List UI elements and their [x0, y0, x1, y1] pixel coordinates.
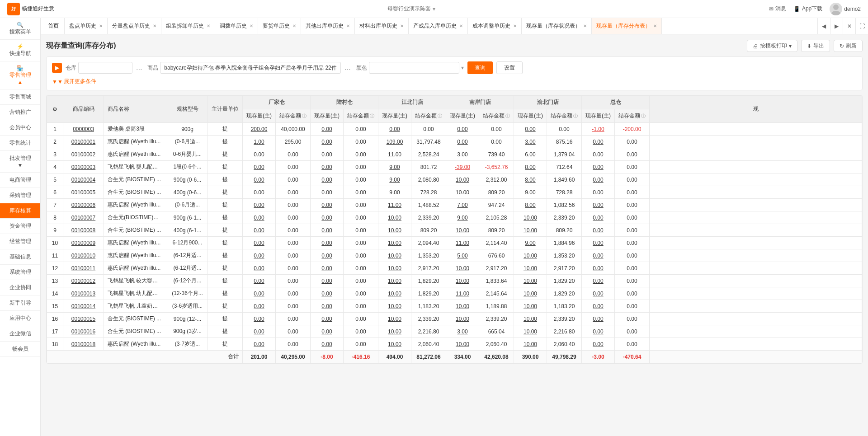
cell-yuebei-stock[interactable]: 9.00 — [514, 186, 547, 199]
sidebar-item-nav[interactable]: ⚡ 快捷导航 — [0, 40, 40, 61]
cell-factory-stock[interactable]: 200.00 — [243, 123, 276, 136]
cell-warehouse-stock[interactable]: 0.00 — [311, 136, 344, 148]
cell-nanan-stock[interactable]: 11.00 — [446, 287, 479, 300]
nav-prev-btn[interactable]: ◀ — [817, 18, 830, 34]
close-icon-5[interactable]: ✕ — [346, 23, 350, 28]
sidebar-item-member2[interactable]: 畅会员 — [0, 342, 40, 357]
cell-factory-stock[interactable]: 0.00 — [243, 249, 276, 262]
cell-warehouse-stock[interactable]: 0.00 — [311, 287, 344, 300]
sidebar-item-purchase[interactable]: 采购管理 — [0, 188, 40, 203]
close-icon-8[interactable]: ✕ — [513, 23, 517, 28]
refresh-btn[interactable]: ↻ 刷新 — [834, 40, 863, 52]
close-icon-6[interactable]: ✕ — [400, 23, 404, 28]
cell-code[interactable]: 00100013 — [63, 287, 104, 300]
cell-warehouse-stock[interactable]: 0.00 — [311, 262, 344, 275]
cell-yuebei-stock[interactable]: 6.00 — [514, 148, 547, 161]
cell-yuebei-stock[interactable]: 10.00 — [514, 275, 547, 287]
cell-yuebei-stock[interactable]: 10.00 — [514, 224, 547, 237]
cell-jiangbei-stock[interactable]: 9.00 — [378, 161, 411, 173]
cell-total-stock[interactable]: 0.00 — [582, 148, 615, 161]
cell-nanan-stock[interactable]: 10.00 — [446, 262, 479, 275]
cell-jiangbei-stock[interactable]: 10.00 — [378, 275, 411, 287]
cell-factory-stock[interactable]: 0.00 — [243, 287, 276, 300]
cell-jiangbei-stock[interactable]: 10.00 — [378, 262, 411, 275]
cell-warehouse-stock[interactable]: 0.00 — [311, 186, 344, 199]
cell-yuebei-stock[interactable]: 10.00 — [514, 262, 547, 275]
cell-jiangbei-stock[interactable]: 10.00 — [378, 325, 411, 338]
tab-requisition[interactable]: 要货单历史 ✕ — [258, 18, 301, 34]
cell-yuebei-stock[interactable]: 8.00 — [514, 199, 547, 211]
cell-code[interactable]: 00100003 — [63, 161, 104, 173]
sidebar-item-search[interactable]: 🔍 搜索英单 — [0, 18, 40, 40]
app-download-btn[interactable]: 📱 App下载 — [793, 5, 822, 13]
sidebar-item-basic[interactable]: 基础信息 — [0, 249, 40, 265]
settings-icon[interactable]: ⚙ — [52, 106, 57, 113]
cell-factory-stock[interactable]: 0.00 — [243, 161, 276, 173]
cell-factory-stock[interactable]: 0.00 — [243, 186, 276, 199]
expand-more-btn[interactable]: ▼▼ 展开更多条件 — [52, 78, 857, 85]
cell-nanan-stock[interactable]: 10.00 — [446, 313, 479, 325]
tab-home[interactable]: 首页 — [42, 18, 65, 34]
cell-jiangbei-stock[interactable]: 109.00 — [378, 136, 411, 148]
cell-total-stock[interactable]: 0.00 — [582, 199, 615, 211]
user-area[interactable]: demo2 — [830, 3, 861, 15]
cell-total-stock[interactable]: 0.00 — [582, 338, 615, 351]
cell-warehouse-stock[interactable]: 0.00 — [311, 199, 344, 211]
cell-factory-stock[interactable]: 0.00 — [243, 211, 276, 224]
cell-yuebei-stock[interactable]: 10.00 — [514, 249, 547, 262]
cell-nanan-stock[interactable]: 10.00 — [446, 300, 479, 313]
cell-factory-stock[interactable]: 1.00 — [243, 136, 276, 148]
cell-warehouse-stock[interactable]: 0.00 — [311, 237, 344, 249]
sidebar-item-ecommerce[interactable]: 电商管理 — [0, 173, 40, 188]
cell-jiangbei-stock[interactable]: 9.00 — [378, 186, 411, 199]
cell-yuebei-stock[interactable]: 10.00 — [514, 300, 547, 313]
warehouse-ellipsis-btn[interactable]: ... — [134, 64, 144, 72]
expand-arrow-btn[interactable]: ▶ — [52, 63, 62, 73]
cell-total-stock[interactable]: 0.00 — [582, 249, 615, 262]
cell-yuebei-stock[interactable]: 10.00 — [514, 338, 547, 351]
cell-nanan-stock[interactable]: 3.00 — [446, 325, 479, 338]
cell-code[interactable]: 00100016 — [63, 325, 104, 338]
tab-stock-dist[interactable]: 现存量（库存分布表） ✕ — [592, 18, 662, 34]
sidebar-item-inventory[interactable]: 库存核算 — [0, 203, 40, 219]
cell-total-stock[interactable]: 0.00 — [582, 173, 615, 186]
tab-assembly[interactable]: 组装拆卸单历史 ✕ — [161, 18, 215, 34]
cell-total-stock[interactable]: -1.00 — [582, 123, 615, 136]
close-icon-7[interactable]: ✕ — [459, 23, 463, 28]
cell-total-stock[interactable]: 0.00 — [582, 186, 615, 199]
tab-stock-status[interactable]: 现存量（库存状况表） ✕ — [522, 18, 592, 34]
cell-nanan-stock[interactable]: 0.00 — [446, 136, 479, 148]
sidebar-item-guide[interactable]: 新手引导 — [0, 295, 40, 311]
sidebar-item-member[interactable]: 会员中心 — [0, 120, 40, 136]
sidebar-item-retail-mgmt[interactable]: 🏪 零售管理 ▲ — [0, 61, 40, 89]
cell-total-stock[interactable]: 0.00 — [582, 224, 615, 237]
sidebar-item-retail-stats[interactable]: 零售统计 — [0, 136, 40, 151]
export-btn[interactable]: ⬇ 导出 — [801, 40, 830, 52]
cell-nanan-stock[interactable]: 11.00 — [446, 237, 479, 249]
cell-total-stock[interactable]: 0.00 — [582, 275, 615, 287]
cell-warehouse-stock[interactable]: 0.00 — [311, 338, 344, 351]
cell-factory-stock[interactable]: 0.00 — [243, 313, 276, 325]
cell-warehouse-stock[interactable]: 0.00 — [311, 161, 344, 173]
cell-factory-stock[interactable]: 0.00 — [243, 262, 276, 275]
cell-code[interactable]: 00100005 — [63, 186, 104, 199]
nav-next-btn[interactable]: ▶ — [830, 18, 843, 34]
cell-yuebei-stock[interactable]: 10.00 — [514, 325, 547, 338]
cell-code[interactable]: 00100006 — [63, 199, 104, 211]
goods-ellipsis-btn[interactable]: ... — [343, 64, 352, 72]
cell-nanan-stock[interactable]: 10.00 — [446, 173, 479, 186]
th-settings[interactable]: ⚙ — [47, 96, 63, 123]
cell-yuebei-stock[interactable]: 8.00 — [514, 173, 547, 186]
cell-factory-stock[interactable]: 0.00 — [243, 325, 276, 338]
cell-warehouse-stock[interactable]: 0.00 — [311, 275, 344, 287]
cell-jiangbei-stock[interactable]: 10.00 — [378, 338, 411, 351]
cell-warehouse-stock[interactable]: 0.00 — [311, 123, 344, 136]
color-input[interactable] — [369, 62, 459, 74]
cell-yuebei-stock[interactable]: 10.00 — [514, 313, 547, 325]
cell-yuebei-stock[interactable]: 10.00 — [514, 211, 547, 224]
cell-code[interactable]: 00100012 — [63, 275, 104, 287]
close-icon-3[interactable]: ✕ — [250, 23, 253, 28]
sidebar-item-wechat[interactable]: 企业微信 — [0, 326, 40, 342]
cell-code[interactable]: 00100015 — [63, 313, 104, 325]
cell-code[interactable]: 00100001 — [63, 136, 104, 148]
